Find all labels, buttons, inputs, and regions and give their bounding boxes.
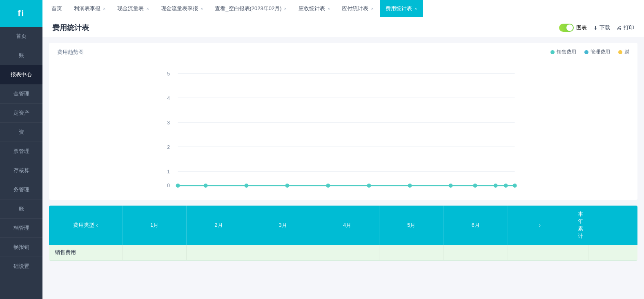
tab-receivable[interactable]: 应收统计表 × <box>293 0 336 17</box>
download-button[interactable]: ⬇ 下载 <box>593 24 610 31</box>
th-m2: 2月 <box>187 206 251 245</box>
svg-text:4: 4 <box>167 95 170 101</box>
th-yearly: 本年累计 <box>572 206 588 245</box>
th-prev-arrow[interactable]: ‹ <box>96 222 98 228</box>
chart-point-feb <box>204 184 208 188</box>
th-m1: 1月 <box>123 206 187 245</box>
close-tab-cashflowq[interactable]: × <box>201 6 203 11</box>
page-header: 费用统计表 图表 ⬇ 下载 🖨 打印 <box>42 17 644 37</box>
close-tab-receivable[interactable]: × <box>328 6 330 11</box>
tab-profit[interactable]: 利润表季报 × <box>68 0 111 17</box>
svg-text:8月: 8月 <box>447 190 455 190</box>
td-m4-sales <box>315 245 379 260</box>
chart-point-jul <box>408 184 412 188</box>
td-m5-sales <box>379 245 443 260</box>
sidebar-item-assets[interactable]: 定资产 <box>0 104 42 123</box>
td-m3-sales <box>251 245 315 260</box>
sidebar-item-ledger[interactable]: 账 <box>0 199 42 219</box>
chart-svg-wrapper: 5 4 3 2 1 0 <box>57 60 629 192</box>
sidebar-item-cash[interactable]: 金管理 <box>0 84 42 104</box>
svg-text:4月: 4月 <box>283 190 291 190</box>
tab-expense[interactable]: 费用统计表 × <box>380 0 423 17</box>
legend-dot-admin <box>584 50 588 54</box>
chart-point-mar <box>245 184 249 188</box>
svg-text:9月: 9月 <box>471 190 479 190</box>
close-tab-cashflow[interactable]: × <box>146 6 149 11</box>
tab-cashflow[interactable]: 现金流量表 × <box>111 0 155 17</box>
print-icon: 🖨 <box>617 25 622 31</box>
sidebar-item-service[interactable]: 务管理 <box>0 180 42 199</box>
td-yearly-sales <box>572 245 588 260</box>
svg-text:5: 5 <box>167 71 170 77</box>
close-tab-expense[interactable]: × <box>414 6 417 11</box>
svg-text:12月: 12月 <box>510 190 520 190</box>
chart-point-jun <box>367 184 371 188</box>
tab-cashflowq[interactable]: 现金流量表季报 × <box>155 0 209 17</box>
sidebar-item-bills[interactable]: 票管理 <box>0 142 42 161</box>
legend-dot-sales <box>550 50 555 54</box>
chart-point-oct <box>494 184 498 188</box>
chart-point-sep <box>473 184 477 188</box>
sidebar-item-settings[interactable]: 础设置 <box>0 257 42 276</box>
toggle-knob <box>566 24 573 31</box>
table-row-sales: 销售费用 <box>49 245 637 261</box>
td-m2-sales <box>187 245 251 260</box>
th-next-arrow[interactable]: › <box>539 222 541 228</box>
sidebar-item-invest[interactable]: 资 <box>0 123 42 142</box>
sidebar: fi 首页 账 报表中心 金管理 定资产 资 票管理 存核算 务管理 账 档管理… <box>0 0 42 299</box>
chart-point-may <box>326 184 330 188</box>
th-m4: 4月 <box>315 206 379 245</box>
svg-text:1月: 1月 <box>174 190 182 190</box>
td-type-sales: 销售费用 <box>49 245 123 260</box>
chart-point-jan <box>176 184 180 188</box>
svg-text:5月: 5月 <box>324 190 332 190</box>
svg-text:3: 3 <box>167 120 170 126</box>
td-m1-sales <box>123 245 187 260</box>
chart-point-dec <box>513 184 517 188</box>
svg-text:3月: 3月 <box>243 190 250 190</box>
th-m3: 3月 <box>251 206 315 245</box>
table-header: 费用类型 ‹ 1月 2月 3月 4月 5月 6月 › 本年累计 <box>49 206 637 245</box>
tab-blank[interactable]: 查看_空白报表(2023年02月) × <box>209 0 293 17</box>
sidebar-item-reports[interactable]: 报表中心 <box>0 65 42 84</box>
chart-toggle[interactable] <box>559 24 574 32</box>
legend-finance: 财 <box>618 49 629 55</box>
chart-section: 费用趋势图 销售费用 管理费用 财 <box>49 43 637 200</box>
th-nav-next[interactable]: › <box>508 206 572 245</box>
chart-legend: 销售费用 管理费用 财 <box>550 49 629 55</box>
chart-point-aug <box>449 184 453 188</box>
tab-bar: 首页 利润表季报 × 现金流量表 × 现金流量表季报 × 查看_空白报表(202… <box>42 0 644 17</box>
sidebar-item-archive[interactable]: 档管理 <box>0 219 42 238</box>
sidebar-logo: fi <box>0 0 42 27</box>
header-actions: 图表 ⬇ 下载 🖨 打印 <box>559 24 634 32</box>
page-title: 费用统计表 <box>52 23 89 33</box>
svg-text:10月: 10月 <box>490 190 501 190</box>
download-icon: ⬇ <box>593 25 598 31</box>
print-button[interactable]: 🖨 打印 <box>617 24 634 31</box>
tab-home[interactable]: 首页 <box>46 0 68 17</box>
trend-chart: 5 4 3 2 1 0 <box>57 60 629 190</box>
th-m5: 5月 <box>379 206 443 245</box>
close-tab-payable[interactable]: × <box>371 6 373 11</box>
legend-sales: 销售费用 <box>550 49 576 55</box>
th-m6: 6月 <box>443 206 508 245</box>
sidebar-item-inventory[interactable]: 存核算 <box>0 161 42 180</box>
legend-admin: 管理费用 <box>584 49 610 55</box>
svg-text:0: 0 <box>167 183 170 188</box>
svg-text:2月: 2月 <box>202 190 209 190</box>
chart-title: 费用趋势图 <box>57 49 84 56</box>
th-type: 费用类型 ‹ <box>49 206 123 245</box>
sidebar-item-home[interactable]: 首页 <box>0 27 42 46</box>
chart-point-apr <box>285 184 290 188</box>
svg-text:7月: 7月 <box>406 190 414 190</box>
svg-text:1: 1 <box>167 169 170 175</box>
sidebar-item-writeoff[interactable]: 畅报销 <box>0 238 42 257</box>
chart-toggle-label: 图表 <box>576 24 587 31</box>
legend-dot-finance <box>618 50 622 54</box>
chart-toggle-wrap[interactable]: 图表 <box>559 24 587 32</box>
sidebar-item-account[interactable]: 账 <box>0 46 42 65</box>
tab-payable[interactable]: 应付统计表 × <box>336 0 379 17</box>
svg-text:6月: 6月 <box>365 190 373 190</box>
close-tab-blank[interactable]: × <box>284 6 287 11</box>
close-tab-profit[interactable]: × <box>103 6 105 11</box>
